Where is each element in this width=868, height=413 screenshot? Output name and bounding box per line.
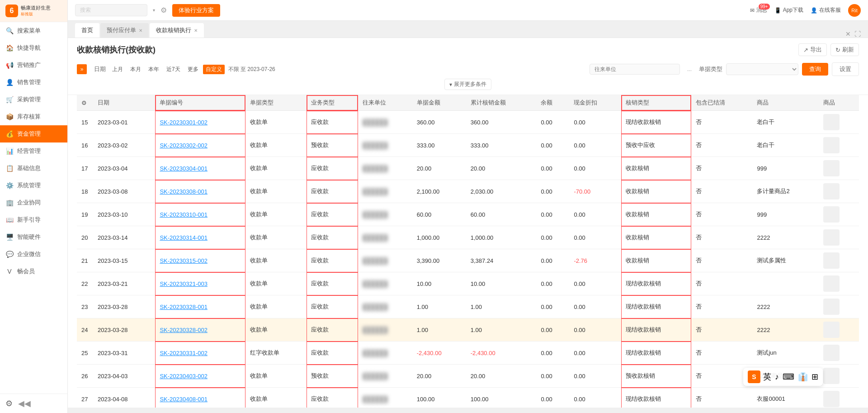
wm-chinese-icon[interactable]: 英 — [763, 371, 771, 382]
close-window-icon[interactable]: ✕ — [845, 30, 851, 38]
row-unit: ██████ — [358, 388, 412, 408]
row-balance: 0.00 — [536, 318, 569, 342]
row-unit: ██████ — [358, 342, 412, 365]
settings-icon[interactable]: ⚙ — [5, 399, 13, 408]
hardware-icon: 🖥️ — [5, 233, 14, 241]
refresh-button[interactable]: ↻ 刷新 — [830, 43, 859, 56]
sidebar-item-enterprise[interactable]: 🏢 企业协同 — [0, 194, 67, 211]
sidebar-item-hardware[interactable]: 🖥️ 智能硬件 — [0, 228, 67, 246]
user-avatar[interactable]: Rit — [848, 4, 861, 17]
sidebar-item-sales[interactable]: 👤 销售管理 — [0, 74, 67, 91]
row-bill-type: 收款单 — [245, 295, 307, 318]
row-cash-discount: 0.00 — [569, 295, 621, 318]
row-goods-img — [819, 203, 859, 226]
row-bill-no: SK-20230304-001 — [155, 157, 245, 180]
row-goods-img — [819, 134, 859, 157]
online-service-action[interactable]: 👤 在线客服 — [811, 6, 841, 14]
topbar-search[interactable]: 搜索 — [75, 4, 147, 16]
row-bill-type: 收款单 — [245, 365, 307, 388]
bill-type-select[interactable] — [726, 63, 798, 75]
bill-no-link[interactable]: SK-20230321-003 — [160, 280, 208, 287]
date-this-month-btn[interactable]: 本月 — [127, 65, 144, 74]
tab-home[interactable]: 首页 — [75, 23, 99, 38]
bill-no-link[interactable]: SK-20230304-001 — [160, 165, 208, 172]
row-amount: 2,100.00 — [412, 180, 466, 203]
row-goods: 999 — [752, 157, 819, 180]
expand-window-icon[interactable]: ⛶ — [854, 30, 861, 38]
unit-blurred: ██████ — [363, 280, 387, 287]
bill-no-link[interactable]: SK-20230308-001 — [160, 188, 208, 195]
app-download-action[interactable]: 📱 App下载 — [774, 6, 803, 14]
unit-filter-input[interactable] — [590, 64, 680, 75]
row-bill-no: SK-20230321-003 — [155, 272, 245, 295]
sidebar-item-wechat[interactable]: 💬 企业微信 — [0, 246, 67, 263]
date-7days-btn[interactable]: 近7天 — [164, 65, 183, 74]
close-icon[interactable]: ✕ — [139, 28, 142, 33]
sidebar-item-member[interactable]: V 畅会员 — [0, 263, 67, 280]
wm-keyboard-icon[interactable]: ⌨ — [783, 372, 794, 382]
row-writeoff-type: 现结收款核销 — [621, 318, 692, 342]
sidebar-item-system[interactable]: ⚙️ 系统管理 — [0, 177, 67, 194]
bill-no-link[interactable]: SK-20230310-001 — [160, 211, 208, 218]
sidebar-item-label: 经营管理 — [17, 147, 41, 155]
wm-grid-icon[interactable]: ⊞ — [811, 372, 818, 382]
date-custom-btn[interactable]: 自定义 — [203, 65, 225, 74]
expand-more-btn[interactable]: ▾ 展开更多条件 — [444, 79, 491, 90]
wm-clothing-icon[interactable]: 👔 — [798, 372, 808, 382]
bill-no-link[interactable]: SK-20230301-002 — [160, 119, 208, 126]
collapse-icon[interactable]: ◀◀ — [18, 399, 31, 408]
sidebar-item-quick-nav[interactable]: 🏠 快捷导航 — [0, 39, 67, 57]
row-include-settled: 否 — [691, 272, 752, 295]
bill-no-link[interactable]: SK-20230315-002 — [160, 257, 208, 264]
sidebar-item-guide[interactable]: 📖 新手引导 — [0, 211, 67, 228]
sidebar-item-search[interactable]: 🔍 搜索菜单 — [0, 22, 67, 39]
bill-no-link[interactable]: SK-20230331-002 — [160, 350, 208, 356]
row-num: 23 — [77, 295, 93, 318]
table-row: 21 2023-03-15 SK-20230315-002 收款单 应收款 ██… — [77, 249, 859, 272]
date-more-btn[interactable]: 更多 — [185, 65, 201, 74]
messages-action[interactable]: ✉ 消息 99+ — [750, 6, 767, 14]
bill-no-link[interactable]: SK-20230314-001 — [160, 234, 208, 241]
filter-settings-button[interactable]: 设置 — [832, 62, 859, 76]
sidebar-item-operation[interactable]: 📊 经营管理 — [0, 142, 67, 160]
filter-collapse-button[interactable]: » — [77, 64, 87, 74]
row-bill-type: 收款单 — [245, 111, 307, 134]
row-amount: 3,390.00 — [412, 249, 466, 272]
bill-no-link[interactable]: SK-20230328-002 — [160, 327, 208, 333]
date-this-year-btn[interactable]: 本年 — [146, 65, 162, 74]
row-goods: 老白干 — [752, 134, 819, 157]
sidebar-item-inventory[interactable]: 📦 库存核算 — [0, 108, 67, 125]
bill-no-link[interactable]: SK-20230302-002 — [160, 142, 208, 149]
row-unit: ██████ — [358, 134, 412, 157]
row-goods-img — [819, 111, 859, 134]
date-last-month-btn[interactable]: 上月 — [109, 65, 126, 74]
watermark-actions: 英 ♪ ⌨ 👔 ⊞ — [763, 371, 818, 382]
row-writeoff-type: 现结收款核销 — [621, 111, 692, 134]
row-amount: -2,430.00 — [412, 342, 466, 365]
close-icon[interactable]: ✕ — [194, 28, 198, 33]
bill-no-link[interactable]: SK-20230408-001 — [160, 396, 208, 403]
query-button[interactable]: 查询 — [802, 63, 828, 76]
sidebar-item-finance[interactable]: 💰 资金管理 — [0, 125, 67, 142]
row-biz-type: 应收款 — [307, 203, 358, 226]
dropdown-arrow-icon[interactable]: ▾ — [153, 8, 155, 13]
col-settings[interactable]: ⚙ — [77, 95, 93, 111]
sidebar-item-label: 系统管理 — [17, 181, 41, 190]
row-cash-discount: -70.00 — [569, 180, 621, 203]
table-scrollbar[interactable] — [68, 408, 868, 413]
solution-button[interactable]: 体验行业方案 — [172, 4, 220, 17]
wm-music-icon[interactable]: ♪ — [775, 372, 779, 382]
sidebar-item-marketing[interactable]: 📢 营销推广 — [0, 57, 67, 74]
tab-prepay[interactable]: 预付应付单 ✕ — [100, 23, 149, 38]
sidebar-item-purchase[interactable]: 🛒 采购管理 — [0, 91, 67, 108]
sidebar-item-label: 采购管理 — [17, 95, 41, 104]
tab-collection[interactable]: 收款核销执行 ✕ — [150, 23, 204, 38]
topbar-gear-icon[interactable]: ⚙ — [160, 6, 167, 14]
bill-no-link[interactable]: SK-20230403-002 — [160, 373, 208, 380]
export-button[interactable]: ↗ 导出 — [798, 43, 827, 56]
row-num: 25 — [77, 342, 93, 365]
bill-no-link[interactable]: SK-20230328-001 — [160, 304, 208, 310]
sidebar-item-base[interactable]: 📋 基础信息 — [0, 160, 67, 177]
row-writeoff-amount: 20.00 — [466, 365, 537, 388]
table-row: 18 2023-03-08 SK-20230308-001 收款单 应收款 ██… — [77, 180, 859, 203]
